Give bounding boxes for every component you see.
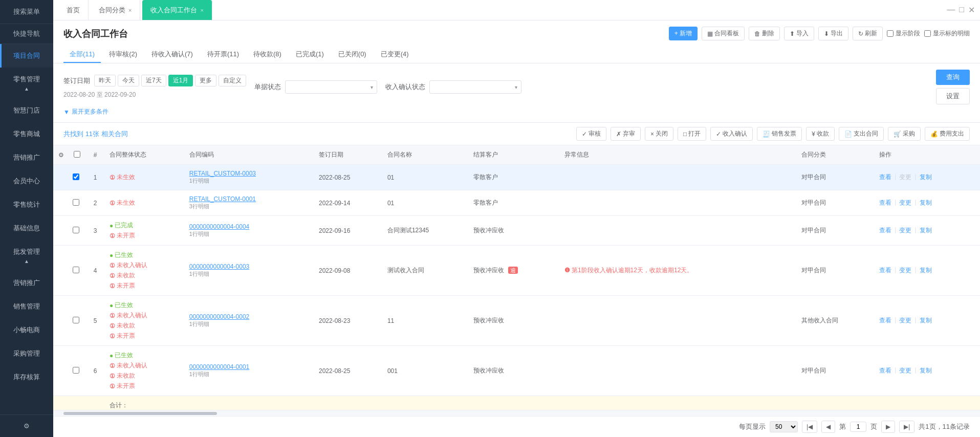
row3-code[interactable]: 0000000000004-0004 1行明细 xyxy=(185,216,315,246)
filter-tab-all[interactable]: 全部(11) xyxy=(63,47,101,63)
date-yesterday[interactable]: 昨天 xyxy=(94,75,116,86)
page-input[interactable] xyxy=(850,422,866,432)
tab-income-workbench[interactable]: 收入合同工作台 × xyxy=(142,0,212,20)
row6-change[interactable]: 变更 xyxy=(899,366,911,375)
sidebar-item-marketing1[interactable]: 营销推广 xyxy=(0,146,53,169)
purchase-btn[interactable]: 🛒 采购 xyxy=(888,127,921,141)
close-tab-contract-cat[interactable]: × xyxy=(128,7,132,13)
row1-copy[interactable]: 复制 xyxy=(920,173,932,182)
sidebar-item-retail-mall[interactable]: 零售商城 xyxy=(0,122,53,146)
row6-check[interactable] xyxy=(69,346,85,396)
income-confirm-select[interactable] xyxy=(429,80,521,94)
col-settings[interactable]: ⚙ xyxy=(53,145,69,165)
row5-check[interactable] xyxy=(69,296,85,346)
filter-tab-closed[interactable]: 已关闭(0) xyxy=(332,47,373,63)
row5-change[interactable]: 变更 xyxy=(899,316,911,325)
open-btn[interactable]: □ 打开 xyxy=(678,127,706,141)
sidebar-item-smart-store[interactable]: 智慧门店 xyxy=(0,99,53,122)
date-custom[interactable]: 自定义 xyxy=(219,75,246,86)
sidebar-item-wholesale[interactable]: 批发管理 ▲ xyxy=(0,240,53,271)
filter-tab-changed[interactable]: 已变更(4) xyxy=(375,47,415,63)
tab-home[interactable]: 首页 xyxy=(58,0,89,20)
doc-status-select[interactable] xyxy=(285,80,377,94)
sidebar-item-retail-mgmt[interactable]: 零售管理 ▲ xyxy=(0,68,53,99)
filter-tab-pending-payment[interactable]: 待收款(8) xyxy=(247,47,288,63)
row6-copy[interactable]: 复制 xyxy=(920,366,932,375)
import-button[interactable]: ⬆ 导入 xyxy=(784,27,814,40)
query-button[interactable]: 查询 xyxy=(936,70,970,85)
row1-code[interactable]: RETAIL_CUSTOM-0003 1行明细 xyxy=(185,165,315,190)
sidebar-settings[interactable]: ⚙ xyxy=(0,414,53,437)
delete-button[interactable]: 🗑 删除 xyxy=(749,27,780,40)
row2-view[interactable]: 查看 xyxy=(879,199,891,207)
row4-check[interactable] xyxy=(69,246,85,296)
income-confirm-btn[interactable]: ✓ 收入确认 xyxy=(710,127,753,141)
close-button[interactable]: ✕ xyxy=(968,5,975,15)
maximize-button[interactable]: □ xyxy=(959,5,964,15)
sidebar-search[interactable]: 搜索菜单 xyxy=(0,0,53,24)
row4-change[interactable]: 变更 xyxy=(899,266,911,275)
select-all-checkbox[interactable] xyxy=(74,151,80,158)
first-page-btn[interactable]: |◀ xyxy=(802,421,817,433)
row3-check[interactable] xyxy=(69,216,85,246)
row6-code[interactable]: 0000000000004-0001 1行明细 xyxy=(185,346,315,396)
date-more[interactable]: 更多 xyxy=(195,75,216,86)
close-tab-income-workbench[interactable]: × xyxy=(200,7,203,13)
sidebar-item-inventory[interactable]: 库存核算 xyxy=(0,365,53,389)
refresh-button[interactable]: ↻ 刷新 xyxy=(853,27,883,40)
sidebar-item-sales-mgmt[interactable]: 销售管理 xyxy=(0,295,53,318)
page-size-select[interactable]: 50 100 xyxy=(770,421,798,432)
row4-copy[interactable]: 复制 xyxy=(920,266,932,275)
row1-view[interactable]: 查看 xyxy=(879,173,891,182)
row5-view[interactable]: 查看 xyxy=(879,316,891,325)
payment-btn[interactable]: ¥ 收款 xyxy=(806,127,835,141)
sidebar-item-project[interactable]: 项目合同 xyxy=(0,44,53,68)
row6-view[interactable]: 查看 xyxy=(879,366,891,375)
row1-check[interactable] xyxy=(69,165,85,190)
filter-tab-pending-confirm[interactable]: 待收入确认(7) xyxy=(145,47,199,63)
row3-view[interactable]: 查看 xyxy=(879,226,891,235)
date-last7[interactable]: 近7天 xyxy=(141,75,166,86)
filter-tab-pending-review[interactable]: 待审核(2) xyxy=(103,47,143,63)
kanban-button[interactable]: ▦ 合同看板 xyxy=(702,27,745,40)
row5-code[interactable]: 0000000000004-0002 1行明细 xyxy=(185,296,315,346)
col-check[interactable] xyxy=(69,145,85,165)
sidebar-quicknav[interactable]: 快捷导航 xyxy=(0,24,53,44)
sidebar-item-retail-stats[interactable]: 零售统计 xyxy=(0,193,53,216)
next-page-btn[interactable]: ▶ xyxy=(881,421,895,433)
sidebar-item-sales-promo[interactable]: 营销推广 xyxy=(0,271,53,295)
close-btn[interactable]: × 关闭 xyxy=(645,127,673,141)
sales-invoice-btn[interactable]: 🧾 销售发票 xyxy=(757,127,802,141)
sidebar-item-member[interactable]: 会员中心 xyxy=(0,169,53,193)
row3-copy[interactable]: 复制 xyxy=(920,226,932,235)
abandon-btn[interactable]: ✗ 弃审 xyxy=(611,127,641,141)
date-today[interactable]: 今天 xyxy=(118,75,139,86)
export-button[interactable]: ⬇ 导出 xyxy=(818,27,848,40)
filter-tab-pending-invoice[interactable]: 待开票(11) xyxy=(201,47,245,63)
settings-button[interactable]: 设置 xyxy=(936,88,970,104)
income-confirm-select-wrapper[interactable] xyxy=(429,80,521,94)
show-fields-checkbox[interactable]: 显示阶段 xyxy=(887,29,920,38)
expense-btn[interactable]: 💰 费用支出 xyxy=(925,127,970,141)
row4-view[interactable]: 查看 xyxy=(879,266,891,275)
expand-filter-btn[interactable]: ▼ 展开更多条件 xyxy=(63,107,970,116)
row5-copy[interactable]: 复制 xyxy=(920,316,932,325)
review-btn[interactable]: ✓ 审核 xyxy=(576,127,606,141)
row2-code[interactable]: RETAIL_CUSTOM-0001 3行明细 xyxy=(185,190,315,216)
tab-contract-cat[interactable]: 合同分类 × xyxy=(91,0,140,20)
filter-tab-completed[interactable]: 已完成(1) xyxy=(290,47,330,63)
sidebar-item-base-info[interactable]: 基础信息 xyxy=(0,216,53,240)
row2-copy[interactable]: 复制 xyxy=(920,199,932,207)
row4-code[interactable]: 0000000000004-0003 1行明细 xyxy=(185,246,315,296)
row2-check[interactable] xyxy=(69,190,85,216)
horizontal-scrollbar[interactable] xyxy=(63,412,217,415)
sidebar-item-purchase[interactable]: 采购管理 xyxy=(0,342,53,365)
date-last1month[interactable]: 近1月 xyxy=(168,75,193,86)
row2-change[interactable]: 变更 xyxy=(899,199,911,207)
prev-page-btn[interactable]: ◀ xyxy=(821,421,835,433)
minimize-button[interactable]: — xyxy=(947,5,955,15)
add-button[interactable]: + 新增 xyxy=(669,27,698,40)
row3-change[interactable]: 变更 xyxy=(899,226,911,235)
show-details-checkbox[interactable]: 显示标的明细 xyxy=(924,29,970,38)
sub-contract-btn[interactable]: 📄 支出合同 xyxy=(839,127,884,141)
